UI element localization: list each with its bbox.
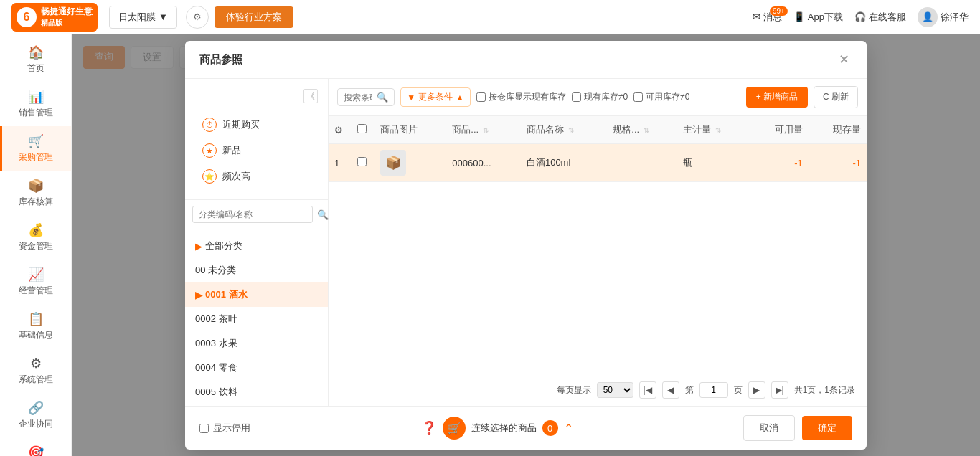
select-all-checkbox[interactable]	[357, 124, 367, 133]
settings-icon[interactable]: ⚙	[186, 6, 209, 29]
per-page-label: 每页显示	[557, 384, 591, 396]
sidebar-item-purchase[interactable]: 🛒 采购管理	[0, 126, 71, 171]
category-label: 00 未分类	[195, 264, 236, 277]
row-checkbox[interactable]	[357, 157, 367, 166]
footer-right: 取消 确定	[743, 415, 852, 441]
sidebar-item-enterprise[interactable]: 🔗 企业协同	[0, 393, 71, 437]
logo-title: 畅捷通好生意	[41, 6, 93, 18]
category-search-row: 🔍	[185, 200, 328, 229]
category-search-icon[interactable]: 🔍	[317, 209, 329, 220]
finance-icon: 💰	[28, 222, 44, 238]
sidebar-item-home[interactable]: 🏠 首页	[0, 37, 71, 82]
modal-header: 商品参照 ✕	[185, 41, 867, 79]
refresh-button[interactable]: C 刷新	[814, 86, 858, 108]
online-service-label: 在线客服	[869, 11, 906, 24]
help-icon[interactable]: ❓	[421, 420, 437, 436]
user-avatar[interactable]: 👤 徐泽华	[918, 7, 969, 27]
warehouse-checkbox-label[interactable]: 按仓库显示现有库存	[476, 91, 566, 103]
sidebar-item-guide[interactable]: 🎯 新手引导	[0, 437, 71, 456]
col-spec[interactable]: 规格... ⇅	[607, 116, 677, 144]
cancel-button[interactable]: 取消	[743, 415, 795, 441]
message-badge: 99+	[770, 6, 788, 16]
modal-footer: 显示停用 ❓ 🛒 连续选择的商品 0 ⌃ 取消	[185, 406, 867, 450]
sidebar-item-system[interactable]: ⚙ 系统管理	[0, 348, 71, 393]
product-search-input[interactable]	[344, 92, 372, 103]
category-drink[interactable]: 0005 饮料	[185, 380, 328, 404]
col-available[interactable]: 可用量	[750, 116, 809, 144]
warehouse-checkbox[interactable]	[476, 92, 486, 102]
quick-item-frequent[interactable]: ⭐ 频次高	[192, 163, 321, 189]
category-uncategorized[interactable]: 00 未分类	[185, 258, 328, 282]
category-label: 全部分类	[205, 239, 242, 252]
available-checkbox-label[interactable]: 现有库存≠0	[572, 91, 628, 103]
store-dropdown[interactable]: 日太阳膜 ▼	[109, 6, 177, 29]
headset-icon: 🎧	[854, 11, 866, 22]
col-settings[interactable]: ⚙	[329, 116, 352, 144]
purchase-icon: 🛒	[28, 133, 44, 149]
active-bar	[0, 126, 2, 171]
last-page-button[interactable]: ▶|	[771, 381, 788, 399]
phone-icon: 📱	[793, 11, 805, 22]
modal-close-button[interactable]: ✕	[835, 51, 852, 68]
col-stock[interactable]: 现存量	[809, 116, 867, 144]
logo-icon: 6	[17, 7, 37, 27]
avatar-icon: 👤	[918, 7, 938, 27]
category-tea[interactable]: 0002 茶叶	[185, 307, 328, 331]
sidebar-item-business[interactable]: 📈 经营管理	[0, 260, 71, 304]
app-download-button[interactable]: 📱 App下载	[793, 11, 843, 24]
sidebar-item-base[interactable]: 📋 基础信息	[0, 304, 71, 348]
footer-collapse-arrow[interactable]: ⌃	[564, 422, 573, 435]
usable-checkbox-label[interactable]: 可用库存≠0	[633, 91, 689, 103]
category-snack[interactable]: 0004 零食	[185, 356, 328, 380]
filter-button[interactable]: ▼ 更多条件 ▲	[400, 87, 471, 107]
category-all[interactable]: ▶ 全部分类	[185, 234, 328, 258]
show-disabled-text: 显示停用	[213, 422, 250, 434]
confirm-button[interactable]: 确定	[802, 416, 852, 440]
table-row[interactable]: 1 📦 000600... 白酒100ml 瓶	[329, 144, 867, 182]
page-number-input[interactable]	[699, 382, 728, 398]
show-disabled-label[interactable]: 显示停用	[199, 422, 250, 434]
navbar-right: ✉ 消息 99+ 📱 App下载 🎧 在线客服 👤 徐泽华	[753, 7, 969, 27]
page-prefix: 第	[685, 384, 694, 396]
next-page-button[interactable]: ▶	[748, 381, 765, 399]
online-service-button[interactable]: 🎧 在线客服	[854, 11, 906, 24]
col-unit[interactable]: 主计量 ⇅	[677, 116, 750, 144]
quick-item-label: 新品	[222, 144, 241, 157]
col-checkbox[interactable]	[352, 116, 374, 144]
sidebar-item-inventory[interactable]: 📦 库存核算	[0, 171, 71, 215]
cart-icon[interactable]: 🛒	[443, 417, 466, 440]
row-checkbox-cell[interactable]	[352, 144, 374, 182]
product-search-box[interactable]: 🔍	[337, 88, 395, 106]
modal-toolbar: 🔍 ▼ 更多条件 ▲ 按仓库显示现有库存	[329, 79, 867, 116]
first-page-button[interactable]: |◀	[639, 381, 656, 399]
category-search-input[interactable]	[192, 206, 313, 223]
experience-button[interactable]: 体验行业方案	[215, 6, 293, 28]
category-fruit[interactable]: 0003 水果	[185, 331, 328, 356]
frequent-icon: ⭐	[202, 169, 217, 184]
collapse-button[interactable]: 《	[303, 89, 318, 103]
add-product-button[interactable]: + 新增商品	[746, 87, 808, 108]
show-disabled-checkbox[interactable]	[199, 424, 209, 433]
sidebar-item-label: 资金管理	[19, 240, 53, 252]
col-name[interactable]: 商品名称 ⇅	[521, 116, 607, 144]
quick-item-label: 近期购买	[222, 118, 260, 131]
modal-body: 《 ⏱ 近期购买 ★ 新品	[185, 79, 867, 406]
prev-page-button[interactable]: ◀	[662, 381, 679, 399]
search-icon[interactable]: 🔍	[377, 92, 388, 103]
usable-checkbox[interactable]	[633, 92, 643, 102]
quick-item-recent[interactable]: ⏱ 近期购买	[192, 112, 321, 138]
category-liquor[interactable]: ▶ 0001 酒水	[185, 282, 328, 307]
sidebar-item-finance[interactable]: 💰 资金管理	[0, 215, 71, 260]
col-code[interactable]: 商品... ⇅	[446, 116, 521, 144]
arrow-icon: ▶	[195, 241, 202, 252]
per-page-select[interactable]: 50 100 200	[597, 382, 633, 398]
message-button[interactable]: ✉ 消息 99+	[753, 11, 782, 24]
sidebar-item-sales[interactable]: 📊 销售管理	[0, 82, 71, 126]
available-checkbox[interactable]	[572, 92, 581, 102]
quick-item-new[interactable]: ★ 新品	[192, 138, 321, 163]
row-spec	[607, 144, 677, 182]
continuous-label: 连续选择的商品	[471, 422, 537, 434]
sidebar-item-label: 库存核算	[19, 196, 53, 208]
recent-icon: ⏱	[202, 118, 217, 132]
business-icon: 📈	[28, 267, 44, 282]
